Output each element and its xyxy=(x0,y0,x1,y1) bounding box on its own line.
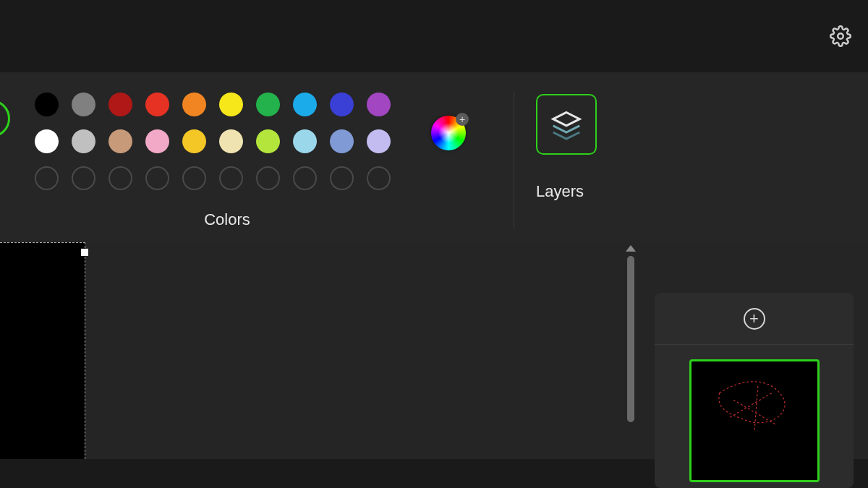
color-swatch[interactable] xyxy=(145,129,169,153)
color-swatch[interactable] xyxy=(330,129,354,153)
toolbar-panel: Colors + Layers xyxy=(0,72,868,242)
scroll-up-icon xyxy=(626,245,636,252)
color-swatch[interactable] xyxy=(219,93,243,116)
color-swatch[interactable] xyxy=(367,93,391,116)
color-swatch[interactable] xyxy=(35,93,59,116)
empty-color-slot[interactable] xyxy=(72,166,95,190)
color-swatch[interactable] xyxy=(145,93,169,116)
empty-color-slot[interactable] xyxy=(293,166,317,190)
color-swatch[interactable] xyxy=(35,129,59,153)
empty-color-slot[interactable] xyxy=(35,166,59,190)
color-swatch[interactable] xyxy=(293,129,317,153)
empty-color-slot[interactable] xyxy=(219,166,243,190)
color-swatch[interactable] xyxy=(182,129,206,153)
empty-color-slot[interactable] xyxy=(256,166,280,190)
color-swatch[interactable] xyxy=(256,129,280,153)
color-swatch[interactable] xyxy=(330,93,354,116)
layers-panel: + xyxy=(655,293,854,488)
swatch-row-1 xyxy=(35,93,485,116)
color-swatch[interactable] xyxy=(109,129,132,153)
empty-color-slot[interactable] xyxy=(367,166,391,190)
empty-color-slot[interactable] xyxy=(330,166,354,190)
selected-tool-indicator xyxy=(0,93,7,229)
color-swatch[interactable] xyxy=(72,129,95,153)
section-divider xyxy=(514,93,514,229)
app-header xyxy=(0,0,868,72)
layers-icon xyxy=(550,108,582,140)
layers-button[interactable] xyxy=(536,94,597,155)
add-color-icon: + xyxy=(456,113,469,126)
color-swatch[interactable] xyxy=(72,93,95,116)
empty-color-slot[interactable] xyxy=(182,166,206,190)
svg-point-0 xyxy=(838,33,843,39)
settings-button[interactable] xyxy=(827,23,854,49)
color-swatch[interactable] xyxy=(109,93,132,116)
color-swatch-grid xyxy=(35,93,485,190)
color-swatch[interactable] xyxy=(293,93,317,116)
swatch-row-2 xyxy=(35,129,485,153)
empty-color-slot[interactable] xyxy=(145,166,169,190)
vertical-scrollbar[interactable] xyxy=(625,245,637,459)
colors-label: Colors xyxy=(0,210,485,229)
svg-marker-1 xyxy=(553,113,580,126)
colors-section: Colors xyxy=(7,93,485,229)
color-swatch[interactable] xyxy=(182,93,206,116)
layer-thumbnail-selected[interactable] xyxy=(689,359,820,482)
color-picker-button[interactable]: + xyxy=(431,116,466,150)
layers-section: Layers xyxy=(522,93,666,229)
swatch-row-empty xyxy=(35,166,485,190)
selection-handle[interactable] xyxy=(81,249,88,256)
empty-color-slot[interactable] xyxy=(109,166,132,190)
color-swatch[interactable] xyxy=(256,93,280,116)
layers-label: Layers xyxy=(536,182,584,201)
gear-icon xyxy=(830,25,851,47)
plus-circle-icon: + xyxy=(744,308,765,330)
color-swatch[interactable] xyxy=(367,129,391,153)
add-layer-button[interactable]: + xyxy=(655,293,854,345)
color-swatch[interactable] xyxy=(219,129,243,153)
canvas-selection[interactable] xyxy=(0,242,85,459)
layer-preview-icon xyxy=(692,361,817,480)
scroll-thumb[interactable] xyxy=(627,256,634,422)
